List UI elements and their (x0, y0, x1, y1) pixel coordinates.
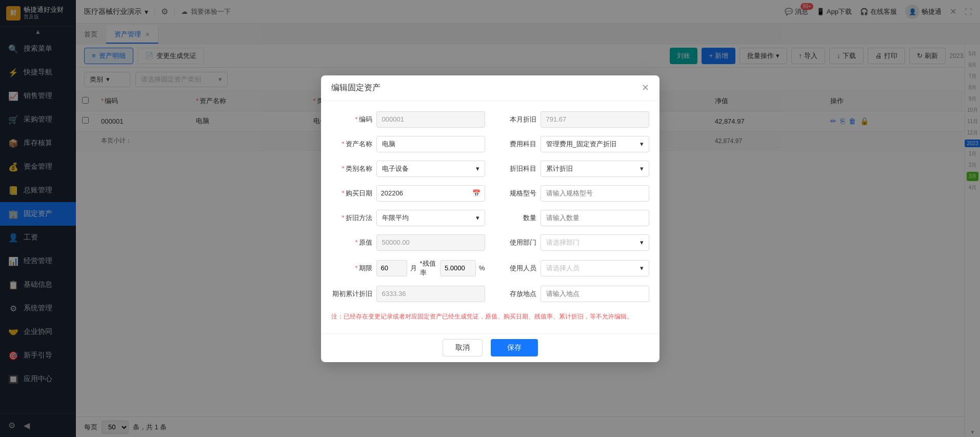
quantity-input[interactable] (541, 210, 649, 226)
dropdown-icon: ▾ (640, 264, 644, 272)
form-row-purchase-date: *购买日期 202206 📅 (331, 185, 485, 202)
location-input[interactable] (541, 286, 649, 302)
form-row-category: *类别名称 电子设备 ▾ (331, 161, 485, 177)
modal-overlay: 编辑固定资产 ✕ *编码 本月折旧 *资产名称 费用科 (0, 0, 980, 437)
residual-rate-unit: % (479, 264, 485, 272)
modal-note: 注：已经存在变更记录或者对应固定资产已经生成凭证，原值、购买日期、残值率、累计折… (331, 310, 649, 323)
period-input (376, 260, 407, 276)
expense-select[interactable]: 管理费用_固定资产折旧 ▾ (541, 136, 649, 152)
monthly-input (541, 111, 649, 128)
dropdown-icon: ▾ (476, 214, 479, 222)
save-btn[interactable]: 保存 (491, 339, 538, 356)
form-row-user: 使用人员 请选择人员 ▾ (495, 259, 649, 277)
spec-input[interactable] (541, 185, 649, 202)
modal-body: *编码 本月折旧 *资产名称 费用科目 管理费用_固定资产折旧 ▾ (321, 101, 659, 333)
form-row-department: 使用部门 请选择部门 ▾ (495, 234, 649, 251)
form-row-code: *编码 (331, 111, 485, 128)
residual-rate-input (440, 260, 476, 276)
residual-rate-label: *残值率 (420, 259, 437, 277)
code-input[interactable] (376, 111, 485, 128)
location-label: 存放地点 (495, 289, 536, 299)
dropdown-icon: ▾ (476, 165, 479, 172)
dropdown-icon: ▾ (640, 140, 644, 148)
original-value-input (376, 234, 485, 251)
category-label: *类别名称 (331, 164, 372, 173)
modal-close-btn[interactable]: ✕ (642, 82, 649, 93)
dep-subject-select[interactable]: 累计折旧 ▾ (541, 161, 649, 177)
period-label: *期限 (331, 264, 372, 273)
form-row-monthly: 本月折旧 (495, 111, 649, 128)
modal-title: 编辑固定资产 (331, 83, 381, 93)
user-select[interactable]: 请选择人员 ▾ (541, 260, 649, 276)
calendar-icon: 📅 (472, 189, 481, 197)
monthly-label: 本月折旧 (495, 115, 536, 124)
modal-footer: 取消 保存 (321, 333, 659, 362)
department-label: 使用部门 (495, 238, 536, 247)
form-row-spec: 规格型号 (495, 185, 649, 202)
form-row-name: *资产名称 (331, 136, 485, 152)
dropdown-icon: ▾ (640, 239, 644, 246)
purchase-date-input[interactable]: 202206 📅 (376, 185, 485, 202)
form-row-expense: 费用科目 管理费用_固定资产折旧 ▾ (495, 136, 649, 152)
spec-label: 规格型号 (495, 189, 536, 198)
name-label: *资产名称 (331, 140, 372, 149)
form-row-location: 存放地点 (495, 286, 649, 302)
purchase-date-label: *购买日期 (331, 189, 372, 198)
form-row-dep-subject: 折旧科目 累计折旧 ▾ (495, 161, 649, 177)
department-select[interactable]: 请选择部门 ▾ (541, 234, 649, 251)
name-input[interactable] (376, 136, 485, 152)
form-row-quantity: 数量 (495, 210, 649, 226)
original-value-label: *原值 (331, 238, 372, 247)
code-label: *编码 (331, 115, 372, 124)
form-row-dep-method: *折旧方法 年限平均 ▾ (331, 210, 485, 226)
category-select[interactable]: 电子设备 ▾ (376, 161, 485, 177)
dep-method-select[interactable]: 年限平均 ▾ (376, 210, 485, 226)
accum-dep-input (376, 286, 485, 302)
form-row-period: *期限 月 *残值率 % (331, 259, 485, 277)
period-inline: 月 *残值率 % (376, 259, 485, 277)
quantity-label: 数量 (495, 213, 536, 223)
user-label: 使用人员 (495, 264, 536, 273)
accum-dep-label: 期初累计折旧 (331, 289, 372, 299)
period-unit: 月 (410, 264, 417, 273)
form-row-original-value: *原值 (331, 234, 485, 251)
dep-subject-label: 折旧科目 (495, 164, 536, 173)
form-row-accum-dep: 期初累计折旧 (331, 286, 485, 302)
dep-method-label: *折旧方法 (331, 213, 372, 223)
expense-label: 费用科目 (495, 140, 536, 149)
edit-asset-modal: 编辑固定资产 ✕ *编码 本月折旧 *资产名称 费用科 (321, 75, 659, 362)
cancel-btn[interactable]: 取消 (443, 339, 483, 356)
dropdown-icon: ▾ (640, 165, 644, 172)
modal-header: 编辑固定资产 ✕ (321, 75, 659, 101)
